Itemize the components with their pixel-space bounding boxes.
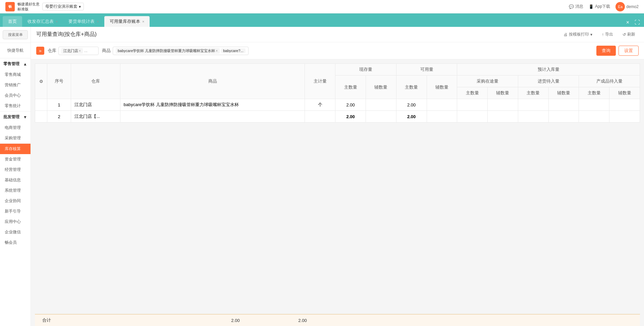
top-bar-left: 畅 畅捷通好生意 标准版 母婴行业演示账套 ▾ [5,2,84,11]
export-btn[interactable]: ↑ 导出 [598,30,616,39]
sidebar-item-basic[interactable]: 基础信息 [0,175,31,185]
sidebar-section-retail-header[interactable]: 零售管理 ▲ [0,58,31,69]
sidebar-item-operations[interactable]: 经营管理 [0,165,31,175]
sidebar-item-wxwork[interactable]: 企业微信 [0,227,31,237]
table-container[interactable]: ⚙ 序号 仓库 商品 主计量 现存量 可用量 预计入库量 主数量 辅数量 主数量 [31,59,644,314]
footer-label: 合计 [39,317,219,323]
th-no: 序号 [47,64,71,99]
sidebar-section-retail: 零售管理 ▲ 零售商城 营销推广 会员中心 零售统计 [0,58,31,111]
row1-intransit-aux [548,99,579,111]
row1-unit: 个 [305,99,335,111]
sidebar-item-finance[interactable]: 资金管理 [0,154,31,165]
warehouse-tag-close[interactable]: × [79,49,81,53]
sidebar-item-marketing[interactable]: 营销推广 [0,80,31,90]
message-btn[interactable]: 💬 消息 [569,4,583,9]
export-icon: ↑ [602,32,604,37]
row1-available-aux [427,99,457,111]
avatar: Ea [615,2,625,11]
th-settings[interactable]: ⚙ [35,64,47,99]
user-profile[interactable]: Ea demo2 [615,2,639,11]
tab-close-available[interactable]: × [142,19,144,24]
row2-current-main: 2.00 [335,111,366,123]
row2-product [120,111,305,123]
sidebar-item-members[interactable]: 会员中心 [0,90,31,101]
table-row: 1 江北门店 babycare学饮杯 儿童防摔防撞吸管杯重力球吸嘴杯宝宝水杯 个… [35,99,640,111]
sidebar-item-retail-stats[interactable]: 零售统计 [0,101,31,111]
row2-no: 2 [47,111,71,123]
warehouse-filter-box[interactable]: 江北门店 × ... [58,47,99,55]
filter-actions: 查询 设置 [596,46,639,56]
tab-close-order[interactable]: × [97,19,99,24]
row2-available-aux [427,111,457,123]
search-menu-btn[interactable]: 搜索菜单 [3,30,28,39]
data-table: ⚙ 序号 仓库 商品 主计量 现存量 可用量 预计入库量 主数量 辅数量 主数量 [35,63,640,123]
row2-intransit-main [518,111,548,123]
row2-intransit-aux [548,111,579,123]
sidebar-item-quicknav[interactable]: 快捷导航 [0,45,31,56]
row2-production-main [579,111,609,123]
th-product: 商品 [120,64,305,99]
warehouse-label: 仓库 [48,48,56,54]
sidebar-item-appstore[interactable]: 应用中心 [0,217,31,227]
sidebar-item-enterprise[interactable]: 企业协同 [0,196,31,206]
chevron-up-icon: ▲ [23,62,27,66]
th-available-main: 主数量 [396,76,427,99]
logo-icon: 畅 [5,2,15,11]
sidebar-item-retail-mall[interactable]: 零售商城 [0,69,31,80]
order-stats-label: 要货单统计表 [68,18,95,25]
tab-home[interactable]: 首页 [3,16,22,27]
warehouse-tag-1[interactable]: 江北门店 × [61,48,83,54]
row1-warehouse: 江北门店 [71,99,120,111]
close-all-tabs-btn[interactable]: × [625,18,631,27]
th-procurement-aux: 辅数量 [488,87,518,99]
print-btn[interactable]: 🖨 按模板打印 ▾ [560,30,596,39]
sidebar-item-newguide[interactable]: 新手引导 [0,206,31,217]
th-production-aux: 辅数量 [609,87,640,99]
row1-check [35,99,47,111]
app-download-btn[interactable]: 📱 App下载 [589,4,610,9]
page-header: 可用量查询(按仓库+商品) 🖨 按模板打印 ▾ ↑ 导出 ↺ 刷新 [31,27,644,42]
fullscreen-btn[interactable]: ⛶ [633,18,641,27]
tab-close-receipt[interactable]: × [56,19,58,24]
table-row: 2 江北门店【... 2.00 2.00 [35,111,640,123]
sidebar-item-inventory[interactable]: 库存核算 [0,144,31,154]
sidebar-item-system[interactable]: 系统管理 [0,185,31,196]
settings-btn[interactable]: 设置 [619,46,639,56]
th-warehouse: 仓库 [71,64,120,99]
row2-unit [305,111,335,123]
tab-available-stock[interactable]: 可用量库存账本 × [104,16,150,27]
sidebar-item-vip[interactable]: 畅会员 [0,237,31,248]
th-procurement-main: 主数量 [457,87,488,99]
row2-current-aux [366,111,396,123]
row2-check [35,111,47,123]
th-current-aux: 辅数量 [366,76,396,99]
sidebar-quick-nav: 快捷导航 [0,43,31,58]
row1-available-main: 2.00 [396,99,427,111]
row1-intransit-main [518,99,548,111]
tab-end-actions: × ⛶ [625,18,641,27]
refresh-btn[interactable]: ↺ 刷新 [619,30,639,39]
warehouse-more-btn[interactable]: ... [84,48,88,53]
warehouse-filter-group: 仓库 江北门店 × ... [48,47,99,55]
row1-production-aux [609,99,640,111]
available-stock-label: 可用量库存账本 [110,18,140,25]
filter-expand-btn[interactable]: » [36,47,44,55]
sidebar-item-ecommerce[interactable]: 电商管理 [0,123,31,133]
tab-receipt-summary[interactable]: 收发存汇总表 × [22,16,63,27]
product-filter-box[interactable]: babycare学饮杯 儿童防摔防撞吸管杯重力球吸嘴杯宝宝水杯 × babyca… [113,47,249,55]
product-filter-group: 商品 babycare学饮杯 儿童防摔防撞吸管杯重力球吸嘴杯宝宝水杯 × bab… [102,47,249,55]
receipt-summary-label: 收发存汇总表 [28,18,54,25]
industry-select[interactable]: 母婴行业演示账套 ▾ [42,3,84,10]
message-icon: 💬 [569,4,574,9]
sidebar-section-wholesale-header[interactable]: 批发管理 ▼ [0,111,31,123]
product-tag-2[interactable]: babycare?... [221,48,246,53]
th-available-group: 可用量 [396,64,457,76]
th-current-main: 主数量 [335,76,366,99]
product-tag-1[interactable]: babycare学饮杯 儿童防摔防撞吸管杯重力球吸嘴杯宝宝水杯 × [116,48,220,54]
tab-order-stats[interactable]: 要货单统计表 × [63,16,104,27]
row2-production-aux [609,111,640,123]
query-btn[interactable]: 查询 [596,46,616,56]
th-intransit-main: 主数量 [518,87,548,99]
product-tag-1-close[interactable]: × [216,49,218,53]
sidebar-item-procurement[interactable]: 采购管理 [0,133,31,143]
